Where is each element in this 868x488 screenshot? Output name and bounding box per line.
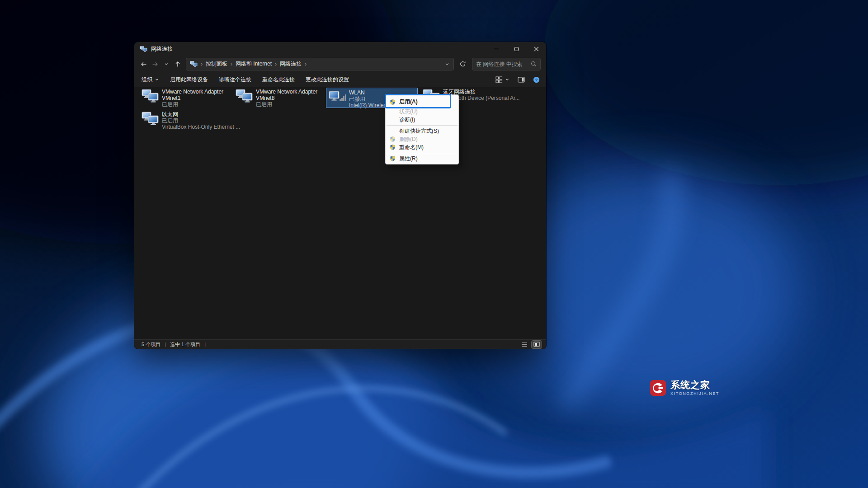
breadcrumb-separator: › — [275, 61, 277, 67]
menu-separator — [387, 153, 458, 153]
recent-locations-button[interactable] — [160, 58, 172, 70]
change-settings-label: 更改此连接的设置 — [306, 76, 349, 84]
context-menu: 启用(A) 状态(U) 诊断(I) 创建快捷方式(S) 删除(D) 重命名(M) — [385, 94, 459, 164]
status-bar: 5 个项目 | 选中 1 个项目 | — [134, 339, 546, 349]
watermark-title: 系统之家 — [670, 380, 719, 390]
uac-shield-icon — [390, 136, 396, 142]
menu-item-create-shortcut[interactable]: 创建快捷方式(S) — [386, 127, 458, 135]
enable-device-label: 启用此网络设备 — [170, 76, 208, 84]
status-separator: | — [204, 342, 206, 347]
back-button[interactable] — [138, 58, 149, 70]
menu-item-properties[interactable]: 属性(R) — [386, 155, 458, 163]
adapter-ethernet[interactable]: 以太网 已启用 VirtualBox Host-Only Ethernet ..… — [142, 111, 240, 130]
list-view-icon — [521, 342, 528, 347]
rename-label: 重命名此连接 — [262, 76, 295, 84]
menu-item-label: 删除(D) — [399, 136, 418, 143]
adapter-vmnet1[interactable]: VMware Network Adapter VMnet1 已启用 — [142, 89, 223, 108]
adapter-name-line1: VMware Network Adapter — [162, 89, 223, 95]
preview-pane-button[interactable] — [518, 77, 525, 83]
breadcrumb-separator: › — [201, 61, 203, 67]
search-box[interactable] — [472, 58, 541, 70]
diagnose-connection-button[interactable]: 诊断这个连接 — [219, 76, 251, 84]
address-dropdown-icon[interactable] — [444, 61, 450, 67]
network-icon — [140, 46, 147, 52]
status-separator: | — [165, 342, 166, 347]
site-watermark: 系统之家 XITONGZHIJIA.NET — [650, 380, 719, 396]
maximize-icon — [514, 47, 519, 51]
details-view-button[interactable] — [519, 341, 529, 348]
maximize-button[interactable] — [506, 42, 526, 56]
items-count: 5 个项目 — [142, 341, 160, 348]
rename-connection-button[interactable]: 重命名此连接 — [262, 76, 295, 84]
refresh-button[interactable] — [457, 58, 468, 70]
close-button[interactable] — [526, 42, 546, 56]
menu-item-label: 状态(U) — [399, 108, 418, 116]
minimize-button[interactable] — [486, 42, 506, 56]
uac-shield-icon — [390, 145, 396, 150]
help-icon: ? — [533, 76, 540, 83]
adapter-status: 已启用 — [162, 117, 240, 124]
view-options-button[interactable] — [495, 76, 509, 83]
organize-menu-button[interactable]: 组织 — [142, 76, 159, 84]
adapter-name: 蓝牙网络连接 — [443, 89, 519, 95]
menu-item-diagnose[interactable]: 诊断(I) — [386, 116, 458, 124]
up-button[interactable] — [172, 58, 183, 70]
adapter-list-area: VMware Network Adapter VMnet1 已启用 VMware… — [134, 87, 546, 339]
adapter-name-line2: VMnet1 — [162, 95, 223, 101]
search-input[interactable] — [476, 61, 531, 67]
menu-item-label: 创建快捷方式(S) — [399, 127, 439, 135]
network-connections-window: 网络连接 — [134, 42, 546, 349]
svg-text:?: ? — [535, 77, 538, 82]
large-icons-view-button[interactable] — [532, 341, 542, 348]
menu-separator — [387, 125, 458, 126]
breadcrumb-separator: › — [305, 61, 307, 67]
adapter-name: 以太网 — [162, 111, 240, 117]
help-button[interactable]: ? — [533, 76, 540, 83]
arrow-left-icon — [140, 61, 147, 68]
breadcrumb-network-internet[interactable]: 网络和 Internet — [236, 60, 272, 68]
selected-count: 选中 1 个项目 — [170, 341, 200, 348]
menu-item-label: 启用(A) — [399, 98, 418, 106]
menu-item-label: 诊断(I) — [399, 116, 415, 124]
thumbnail-view-icon — [533, 342, 540, 347]
chevron-down-icon — [164, 61, 169, 67]
menu-item-delete: 删除(D) — [386, 135, 458, 143]
command-bar: 组织 启用此网络设备 诊断这个连接 重命名此连接 更改此连接的设置 — [134, 72, 546, 87]
breadcrumb-network-connections[interactable]: 网络连接 — [280, 60, 302, 68]
chevron-down-icon — [155, 77, 159, 82]
chevron-down-icon — [505, 77, 509, 82]
network-adapter-icon — [236, 89, 253, 103]
navigation-bar: › 控制面板 › 网络和 Internet › 网络连接 › — [134, 56, 546, 72]
uac-shield-icon — [390, 99, 396, 105]
forward-button[interactable] — [149, 58, 160, 70]
change-settings-button[interactable]: 更改此连接的设置 — [306, 76, 349, 84]
preview-pane-icon — [518, 77, 525, 83]
grid-view-icon — [495, 76, 503, 83]
menu-item-label: 属性(R) — [399, 155, 418, 163]
adapter-device: VirtualBox Host-Only Ethernet ... — [162, 124, 240, 130]
close-icon — [534, 47, 539, 52]
menu-item-enable[interactable]: 启用(A) — [386, 96, 458, 108]
menu-item-status: 状态(U) — [386, 108, 458, 116]
search-icon — [531, 61, 537, 67]
network-adapter-icon — [142, 112, 159, 125]
watermark-subtitle: XITONGZHIJIA.NET — [670, 391, 719, 396]
uac-shield-icon — [390, 156, 396, 162]
minimize-icon — [494, 49, 499, 49]
breadcrumb-control-panel[interactable]: 控制面板 — [206, 60, 227, 68]
enable-device-button[interactable]: 启用此网络设备 — [170, 76, 208, 84]
address-bar[interactable]: › 控制面板 › 网络和 Internet › 网络连接 › — [186, 58, 454, 70]
organize-label: 组织 — [142, 76, 152, 84]
wlan-adapter-icon — [329, 90, 346, 103]
titlebar[interactable]: 网络连接 — [134, 42, 546, 56]
breadcrumb-separator: › — [231, 61, 232, 67]
menu-item-rename[interactable]: 重命名(M) — [386, 143, 458, 151]
adapter-status: 已启用 — [162, 101, 223, 108]
menu-item-label: 重命名(M) — [399, 144, 424, 151]
location-icon — [190, 61, 198, 67]
refresh-icon — [459, 61, 466, 67]
xitongzhijia-logo-icon — [650, 380, 666, 396]
adapter-vmnet8[interactable]: VMware Network Adapter VMnet8 已启用 — [236, 89, 317, 108]
arrow-right-icon — [151, 61, 159, 68]
adapter-status: 已启用 — [256, 101, 317, 108]
